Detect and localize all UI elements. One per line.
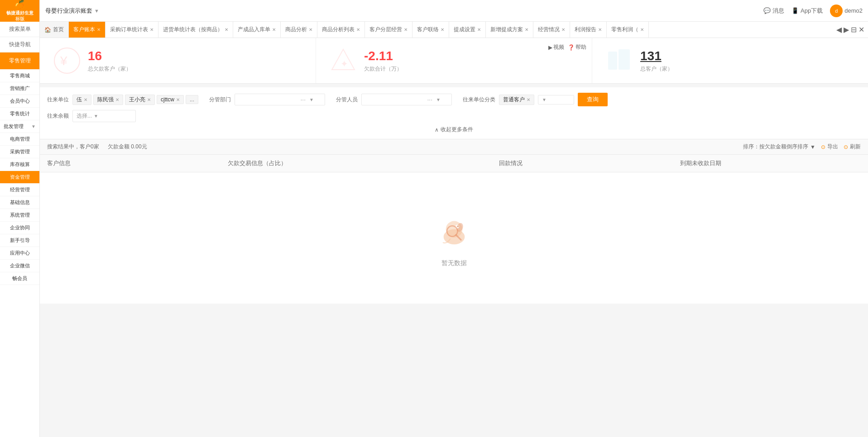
avatar: d [830, 5, 843, 17]
close-icon[interactable]: ✕ [640, 27, 644, 32]
tab-customer-accounts[interactable]: 客户账本 ✕ [69, 22, 106, 38]
user-menu[interactable]: d demo2 [830, 5, 863, 17]
sidebar-item-enterprise-coop[interactable]: 企业协同 [0, 222, 39, 234]
close-icon[interactable]: ✕ [404, 27, 408, 32]
message-icon: 💬 [763, 7, 771, 14]
sidebar-item-retail-mgmt[interactable]: 零售管理 [0, 52, 39, 70]
close-icon[interactable]: ✕ [150, 27, 153, 32]
svg-text:✦: ✦ [340, 59, 348, 69]
home-icon: 🏠 [44, 27, 51, 33]
sidebar-item-operations-mgmt[interactable]: 经营管理 [0, 184, 39, 196]
topbar-right: 💬 消息 📱 App下载 d demo2 [763, 5, 863, 17]
close-icon[interactable]: ✕ [598, 27, 602, 32]
tab-operations[interactable]: 经营情况 ✕ [533, 22, 570, 38]
sidebar-item-membership[interactable]: 会员中心 [0, 95, 39, 108]
tab-promotion-settings[interactable]: 提成设置 ✕ [449, 22, 486, 38]
result-text: 搜索结果中，客户0家 欠款金额 0.00元 [47, 143, 147, 151]
tab-incoming-stats[interactable]: 进货单统计表（按商品） ✕ [158, 22, 233, 38]
sidebar-item-marketing[interactable]: 营销推广 [0, 82, 39, 95]
app-download-btn[interactable]: 📱 App下载 [791, 7, 823, 15]
tab-customer-segment[interactable]: 客户分层经营 ✕ [365, 22, 412, 38]
tab-product-analysis-list[interactable]: 商品分析列表 ✕ [317, 22, 365, 38]
unit-tag-wang[interactable]: 王小亮 ✕ [125, 95, 155, 105]
overdue-amount-icon: ✦ [330, 47, 357, 74]
sidebar-item-enterprise-wechat[interactable]: 企业微信 [0, 260, 39, 272]
person-filter-select[interactable]: ··· ▼ [361, 94, 452, 105]
tab-production-label: 产成品入库单 [238, 26, 270, 33]
unit-tag-wu[interactable]: 伍 ✕ [72, 95, 91, 105]
overdue-customers-icon: ¥ [53, 47, 81, 74]
remove-tag-normal[interactable]: ✕ [527, 97, 530, 102]
dept-filter-select[interactable]: ··· ▼ [235, 94, 325, 105]
sidebar-item-wholesale-mgmt[interactable]: 批发管理 ▼ [0, 120, 39, 133]
remove-tag-chen[interactable]: ✕ [115, 97, 119, 102]
svg-point-10 [457, 226, 458, 227]
help-btn[interactable]: ❓ 帮助 [568, 43, 586, 51]
sidebar-item-capital[interactable]: 资金管理 [0, 171, 39, 184]
tab-new-promotion-plan[interactable]: 新增提成方案 ✕ [486, 22, 533, 38]
empty-state: 暂无数据 [40, 172, 868, 304]
remove-tag-wang[interactable]: ✕ [147, 97, 151, 102]
close-icon[interactable]: ✕ [97, 27, 101, 32]
empty-illustration [432, 209, 477, 254]
tab-product-analysis[interactable]: 商品分析 ✕ [281, 22, 317, 38]
search-menu[interactable]: 搜索菜单 [0, 22, 39, 37]
page-content: ¥ 16 总欠款客户（家） ✦ -2.11 欠款合计（ [40, 38, 868, 437]
video-btn[interactable]: ▶ 视频 [548, 43, 564, 51]
refresh-btn[interactable]: ⊙ 刷新 [844, 143, 861, 151]
unit-tag-more[interactable]: ... [186, 95, 198, 104]
overdue-amount-value: -2.11 [364, 49, 402, 63]
stat-card-overdue-amount: ✦ -2.11 欠款合计（万） ▶ 视频 ❓ 帮助 [316, 38, 592, 83]
remove-tag-cjttcw[interactable]: ✕ [176, 97, 180, 102]
close-icon[interactable]: ✕ [356, 27, 360, 32]
tab-new-promotion-label: 新增提成方案 [490, 26, 523, 33]
tab-production-inbound[interactable]: 产成品入库单 ✕ [233, 22, 281, 38]
quick-nav[interactable]: 快捷导航 [0, 37, 39, 52]
close-icon[interactable]: ✕ [272, 27, 276, 32]
tab-retail-profit[interactable]: 零售利润（ ✕ [607, 22, 649, 38]
close-icon[interactable]: ✕ [561, 27, 565, 32]
close-icon[interactable]: ✕ [477, 27, 481, 32]
tab-profit-report[interactable]: 利润报告 ✕ [570, 22, 607, 38]
unit-class-select[interactable]: ▼ [538, 95, 574, 104]
sidebar-item-system-mgmt[interactable]: 系统管理 [0, 209, 39, 222]
tabs-close-all-icon[interactable]: ✕ [858, 25, 864, 34]
close-icon[interactable]: ✕ [441, 27, 444, 32]
tab-incoming-label: 进货单统计表（按商品） [163, 26, 223, 33]
tab-purchase-order-stats[interactable]: 采购订单统计表 ✕ [106, 22, 158, 38]
sidebar-item-purchase[interactable]: 采购管理 [0, 146, 39, 158]
sidebar-item-retail-mall[interactable]: 零售商城 [0, 70, 39, 82]
close-icon[interactable]: ✕ [225, 27, 228, 32]
collapse-label: 收起更多条件 [441, 126, 473, 133]
sidebar-item-app-center[interactable]: 应用中心 [0, 247, 39, 260]
query-button[interactable]: 查询 [578, 93, 608, 106]
unit-tag-cjttcw[interactable]: cjttcw ✕ [157, 95, 184, 104]
collapse-btn[interactable]: ∧ 收起更多条件 [435, 126, 473, 133]
remove-tag-wu[interactable]: ✕ [84, 97, 87, 102]
sidebar-item-ecommerce[interactable]: 电商管理 [0, 133, 39, 146]
export-btn[interactable]: ⊙ 导出 [821, 143, 838, 151]
sidebar-item-retail-stats[interactable]: 零售统计 [0, 108, 39, 120]
sort-select[interactable]: 排序：按欠款金额倒序排序 ▼ [743, 143, 815, 151]
sidebar-item-new-guide[interactable]: 新手引导 [0, 234, 39, 247]
sidebar-item-inventory[interactable]: 库存核算 [0, 158, 39, 171]
close-icon[interactable]: ✕ [309, 27, 312, 32]
tab-customer-accounts-label: 客户账本 [73, 26, 95, 33]
balance-filter-select[interactable]: 选择... ▼ [72, 110, 136, 122]
tabs-expand-icon[interactable]: ⊟ [851, 25, 857, 34]
version-selector[interactable]: 母婴行业演示账套 ▼ [45, 7, 99, 15]
more-tags-icon: ... [190, 96, 194, 103]
svg-text:¥: ¥ [60, 54, 67, 68]
sidebar-item-basic-info[interactable]: 基础信息 [0, 196, 39, 209]
message-btn[interactable]: 💬 消息 [763, 7, 784, 15]
dept-more-icon: ··· [300, 96, 306, 103]
sidebar-item-vip-member[interactable]: 畅会员 [0, 272, 39, 285]
tabs-prev-icon[interactable]: ◀ [836, 25, 842, 34]
tabs-next-icon[interactable]: ▶ [844, 25, 849, 34]
tab-customer-contact[interactable]: 客户联络 ✕ [412, 22, 449, 38]
unit-tag-chen[interactable]: 陈民强 ✕ [93, 95, 123, 105]
tab-promotion-settings-label: 提成设置 [454, 26, 475, 33]
unit-class-tag-normal[interactable]: 普通客户 ✕ [499, 95, 534, 105]
tab-home[interactable]: 🏠 首页 [40, 22, 69, 38]
close-icon[interactable]: ✕ [525, 27, 528, 32]
